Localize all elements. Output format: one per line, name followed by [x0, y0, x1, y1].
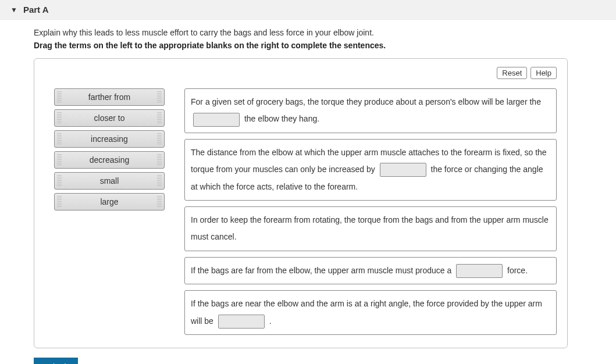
blank-2[interactable] [380, 163, 426, 177]
instruction-line-2: Drag the terms on the left to the approp… [34, 41, 616, 50]
submit-button[interactable]: Submit [34, 358, 78, 364]
sentences-column: For a given set of grocery bags, the tor… [184, 88, 557, 335]
sentence-4-text-a: If the bags are far from the elbow, the … [191, 266, 454, 275]
content: Explain why this leads to less muscle ef… [0, 20, 616, 364]
sentence-3: In order to keep the forearm from rotati… [184, 206, 557, 251]
collapse-caret-icon: ▼ [10, 6, 17, 14]
sentence-1-text-a: For a given set of grocery bags, the tor… [191, 97, 541, 106]
term-farther-from[interactable]: farther from [54, 88, 165, 106]
help-button[interactable]: Help [530, 67, 557, 79]
reset-button[interactable]: Reset [497, 67, 527, 79]
sentence-1-text-b: the elbow they hang. [244, 114, 319, 123]
panel-toolbar: Reset Help [45, 67, 557, 79]
blank-1[interactable] [193, 113, 240, 127]
sentence-5: If the bags are near the elbow and the a… [184, 290, 557, 335]
sentence-4-text-b: force. [507, 266, 528, 275]
sentence-3-text: In order to keep the forearm from rotati… [191, 215, 549, 241]
term-small[interactable]: small [54, 172, 165, 190]
term-increasing[interactable]: increasing [54, 130, 165, 148]
sentence-2: The distance from the elbow at which the… [184, 139, 557, 201]
part-title: Part A [23, 5, 49, 15]
term-large[interactable]: large [54, 193, 165, 210]
terms-column: farther from closer to increasing decrea… [54, 88, 165, 210]
term-decreasing[interactable]: decreasing [54, 151, 165, 169]
part-header[interactable]: ▼ Part A [0, 0, 616, 20]
sentence-1: For a given set of grocery bags, the tor… [184, 88, 557, 133]
term-closer-to[interactable]: closer to [54, 109, 165, 127]
drag-drop-panel: Reset Help farther from closer to increa… [34, 58, 568, 348]
actions-row: Submit Request Answer [34, 358, 616, 364]
sentence-4: If the bags are far from the elbow, the … [184, 257, 557, 284]
instruction-line-1: Explain why this leads to less muscle ef… [34, 28, 616, 37]
drag-body: farther from closer to increasing decrea… [45, 88, 557, 335]
sentence-5-text-b: . [269, 316, 272, 326]
blank-3[interactable] [456, 264, 503, 278]
blank-4[interactable] [218, 315, 265, 329]
